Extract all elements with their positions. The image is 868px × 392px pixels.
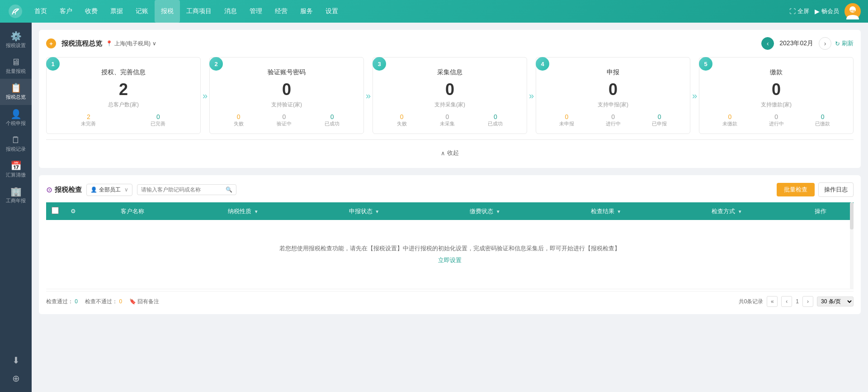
svg-text:iTA: iTA — [850, 9, 856, 13]
member-button[interactable]: ▶ 畅会员 — [815, 7, 839, 15]
check-section-title: ⊙ 报税检查 — [46, 186, 82, 194]
step-count-2: 0 — [217, 80, 356, 99]
step-number-2: 2 — [209, 57, 223, 71]
nav-right: ⛶ 全屏 ▶ 畅会员 iTA — [789, 3, 861, 19]
step-card-5: 5 缴款 0 支持缴款(家) 0 未缴款 0 进行中 0 已缴款 — [699, 57, 854, 134]
setup-link[interactable]: 立即设置 — [438, 257, 462, 263]
sidebar-help[interactable]: ⊕ — [0, 369, 32, 387]
header-right: ‹ 2023年02月 › ↻ 刷新 — [761, 37, 854, 50]
refresh-button[interactable]: ↻ 刷新 — [835, 39, 854, 48]
fail-link[interactable]: 0 — [119, 298, 122, 305]
staff-selector[interactable]: 👤 全部员工 ∨ — [86, 184, 132, 196]
stat-uncollected: 0 未采集 — [440, 113, 455, 127]
filter-result-icon[interactable]: ▼ — [617, 209, 621, 214]
sidebar-item-tax-overview[interactable]: 📋 报税总览 — [0, 79, 32, 105]
pass-stat: 检查通过： 0 — [46, 298, 78, 306]
stat-in-progress-4: 0 进行中 — [606, 113, 621, 127]
th-check-method: 检查方式 ▼ — [666, 202, 788, 220]
step-count-5: 0 — [707, 80, 846, 99]
location-selector[interactable]: 📍 上海(电子税局) ∨ — [106, 40, 156, 48]
step-card-1: 1 授权、完善信息 2 总客户数(家) 2 未完善 0 已完善 — [46, 57, 201, 134]
step-stats-3: 0 失败 0 未采集 0 已成功 — [380, 113, 519, 127]
filter-tax-nature-icon[interactable]: ▼ — [254, 209, 259, 214]
th-check-result: 检查结果 ▼ — [546, 202, 667, 220]
collapse-button[interactable]: ∧ 收起 — [46, 145, 854, 161]
staff-icon: 👤 — [90, 186, 97, 193]
nav-fee[interactable]: 收费 — [79, 0, 104, 23]
step-sub-1: 总客户数(家) — [54, 101, 193, 109]
search-box[interactable]: 🔍 — [137, 184, 236, 195]
next-month-button[interactable]: › — [819, 37, 831, 50]
stat-paid: 0 已缴款 — [815, 113, 830, 127]
note-icon: 🔖 — [129, 298, 136, 305]
search-input[interactable] — [141, 186, 226, 193]
footer-pagination: 共0条记录 « ‹ 1 › 30 条/页 50 条/页 100 条/页 — [739, 296, 854, 307]
nav-settings[interactable]: 设置 — [319, 0, 344, 23]
nav-manage[interactable]: 管理 — [243, 0, 269, 23]
filter-declare-icon[interactable]: ▼ — [375, 209, 379, 214]
step-title-1: 授权、完善信息 — [54, 68, 193, 76]
step-number-3: 3 — [373, 57, 386, 71]
settings-icon: ⚙️ — [10, 32, 22, 41]
download-icon: ⬇ — [12, 356, 20, 365]
sidebar-item-batch-tax[interactable]: 🖥 批量报税 — [0, 53, 32, 79]
empty-state: 若您想使用报税检查功能，请先在【报税设置】中进行报税的初始化设置，完成密码验证和… — [52, 225, 848, 284]
table-container: ⚙ 客户名称 纳税性质 ▼ 申报状态 ▼ — [46, 202, 854, 289]
sidebar-bottom: ⬇ ⊕ — [0, 351, 32, 387]
prev-month-button[interactable]: ‹ — [761, 37, 774, 50]
stat-collect-fail: 0 失败 — [397, 113, 407, 127]
sidebar-item-annual-report[interactable]: 🏢 工商年报 — [0, 182, 32, 208]
sidebar-download[interactable]: ⬇ — [0, 351, 32, 369]
gear-icon[interactable]: ⚙ — [71, 208, 76, 215]
check-header: ⊙ 报税检查 👤 全部员工 ∨ 🔍 批量检查 操作日志 — [46, 182, 854, 197]
svg-point-0 — [9, 5, 22, 18]
log-button[interactable]: 操作日志 — [818, 182, 854, 197]
nav-service[interactable]: 服务 — [294, 0, 319, 23]
step-count-3: 0 — [380, 80, 519, 99]
nav-home[interactable]: 首页 — [28, 0, 53, 23]
th-operation: 操作 — [788, 202, 854, 220]
sidebar: ⚙️ 报税设置 🖥 批量报税 📋 报税总览 👤 个税申报 🗒 报税记录 📅 汇算… — [0, 23, 32, 392]
stat-fail: 0 失败 — [234, 113, 244, 127]
stat-declared: 0 已申报 — [652, 113, 667, 127]
step-sub-3: 支持采集(家) — [380, 101, 519, 109]
month-nav: ‹ 2023年02月 › — [761, 37, 831, 50]
flow-card-header: + 报税流程总览 📍 上海(电子税局) ∨ ‹ 2023年02月 › ↻ 刷新 — [46, 37, 854, 50]
nav-invoice[interactable]: 票据 — [104, 0, 129, 23]
first-page-button[interactable]: « — [767, 296, 778, 307]
stat-unpaid: 0 未缴款 — [722, 113, 737, 127]
stat-incomplete: 2 未完善 — [81, 113, 96, 127]
per-page-select[interactable]: 30 条/页 50 条/页 100 条/页 — [817, 296, 854, 306]
stat-complete: 0 已完善 — [151, 113, 165, 127]
sidebar-item-annual-settlement[interactable]: 📅 汇算清缴 — [0, 157, 32, 182]
chevron-down-icon: ∨ — [152, 40, 156, 47]
sidebar-item-personal-tax[interactable]: 👤 个税申报 — [0, 105, 32, 131]
fullscreen-button[interactable]: ⛶ 全屏 — [789, 7, 809, 15]
step-title-3: 采集信息 — [380, 68, 519, 76]
filter-method-icon[interactable]: ▼ — [738, 209, 742, 214]
step-number-5: 5 — [699, 57, 712, 71]
nav-bookkeeping[interactable]: 记账 — [129, 0, 155, 23]
nav-tax[interactable]: 报税 — [155, 0, 180, 23]
search-icon[interactable]: 🔍 — [226, 186, 232, 193]
avatar[interactable]: iTA — [844, 3, 861, 19]
sidebar-item-tax-record[interactable]: 🗒 报税记录 — [0, 131, 32, 157]
main-content: + 报税流程总览 📍 上海(电子税局) ∨ ‹ 2023年02月 › ↻ 刷新 — [32, 23, 868, 392]
batch-check-button[interactable]: 批量检查 — [777, 183, 815, 196]
nav-message[interactable]: 消息 — [218, 0, 243, 23]
step-count-4: 0 — [543, 80, 683, 99]
record-icon: 🗒 — [11, 135, 20, 144]
nav-operation[interactable]: 经营 — [269, 0, 294, 23]
sidebar-item-tax-settings[interactable]: ⚙️ 报税设置 — [0, 27, 32, 53]
prev-page-button[interactable]: ‹ — [781, 296, 792, 307]
nav-client[interactable]: 客户 — [53, 0, 79, 23]
top-nav: 首页 客户 收费 票据 记账 报税 工商项目 消息 管理 经营 服务 设置 ⛶ … — [0, 0, 868, 23]
filter-pay-icon[interactable]: ▼ — [496, 209, 500, 214]
select-all-checkbox[interactable] — [52, 207, 59, 214]
nav-business[interactable]: 工商项目 — [180, 0, 218, 23]
check-footer: 检查通过： 0 检查不通过： 0 🔖 囧有备注 共0条记录 « ‹ 1 › 30… — [46, 291, 854, 307]
pass-link[interactable]: 0 — [75, 298, 78, 305]
step-stats-2: 0 失败 0 验证中 0 已成功 — [217, 113, 356, 127]
next-page-button[interactable]: › — [802, 296, 813, 307]
stat-undeclared: 0 未申报 — [559, 113, 574, 127]
